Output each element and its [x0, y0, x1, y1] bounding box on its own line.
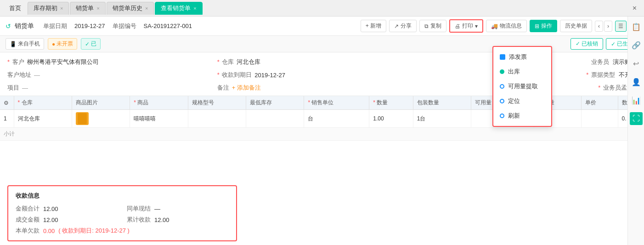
dropdown-add-invoice[interactable]: 添发票 [493, 50, 551, 64]
panel-icon-chart[interactable]: 📊 [630, 94, 643, 107]
copy-button[interactable]: ⧉ 复制 [419, 20, 446, 32]
warehouse-value: 河北仓库 [237, 58, 260, 66]
prev-button[interactable]: ‹ [595, 21, 603, 32]
refresh-icon [500, 114, 504, 118]
not-open-badge: ● 未开票 [48, 38, 77, 50]
add-note-button[interactable]: 添加备注 [232, 84, 261, 92]
warehouse-field: * 仓库 河北仓库 [217, 58, 427, 66]
check-effective-icon: ✓ [611, 41, 616, 47]
panel-icon-return[interactable]: ↩ [630, 57, 643, 70]
print-button[interactable]: 🖨 打印 ▾ [450, 20, 482, 32]
transaction-label: 成交金额 [16, 216, 40, 224]
history-button[interactable]: 历史单据 [560, 20, 592, 32]
check-icon: ✓ [85, 41, 90, 47]
tab-view-sales-label: 查看销货单 [161, 4, 191, 12]
note-label: 备注 [217, 84, 229, 92]
copy-button-label: 复制 [430, 22, 441, 30]
address-field: 客户地址 — [7, 71, 217, 79]
dropdown-out-warehouse[interactable]: 出库 [493, 64, 551, 79]
out-warehouse-icon [500, 69, 504, 74]
phone-icon: 📱 [10, 41, 17, 47]
th-settings[interactable]: ⚙ [0, 96, 14, 110]
total-label: 金额合计 [16, 205, 40, 213]
row-product: 嘻嘻嘻嘻 [130, 110, 188, 128]
th-unit-price: 单价 [581, 96, 618, 110]
same-order-label: 同单现结 [127, 205, 151, 213]
invoice-type-label: * 票据类型 [586, 71, 615, 79]
dropdown-available-qty[interactable]: 可用量提取 [493, 79, 551, 94]
warehouse-label: * 仓库 [217, 58, 234, 66]
right-panel: 📋 🔗 ↩ 👤 📊 ⛶ [627, 17, 644, 245]
dropdown-refresh[interactable]: 刷新 [493, 108, 551, 123]
operations-button[interactable]: ⊞ 操作 [530, 20, 557, 32]
number-label: 单据编号 [113, 22, 136, 30]
project-value: — [22, 85, 28, 91]
operations-icon: ⊞ [535, 23, 539, 29]
transaction-row: 成交金额 12.00 [16, 216, 118, 224]
list-view-button[interactable]: ☰ [615, 21, 627, 32]
same-order-row: 同单现结 — [127, 205, 229, 213]
th-unit: * 销售单位 [304, 96, 369, 110]
payment-info-box: 收款信息 金额合计 12.00 同单现结 — 成交金额 12.00 累计收款 1… [7, 185, 237, 241]
balance-value: 0.00 [43, 228, 55, 234]
due-date-label: * 收款到期日 [217, 71, 252, 79]
row-unit-price [581, 110, 618, 128]
panel-icon-user[interactable]: 👤 [630, 75, 643, 88]
panel-icon-link[interactable]: 🔗 [630, 39, 643, 51]
tab-view-sales-close[interactable]: × [193, 6, 196, 11]
panel-icon-expand[interactable]: ⛶ [630, 112, 643, 125]
tab-home[interactable]: 首页 [4, 2, 27, 15]
copy-icon: ⧉ [424, 23, 429, 29]
customer-label: * 客户 [7, 58, 24, 66]
canceled-button[interactable]: ✓ 已核销 [571, 38, 603, 50]
history-button-label: 历史单据 [565, 22, 587, 30]
date-label: 单据日期 [43, 22, 67, 30]
tab-inventory[interactable]: 库存期初 × [28, 2, 69, 15]
check-canceled-icon: ✓ [576, 40, 580, 47]
tab-view-sales[interactable]: 查看销货单 × [155, 2, 202, 15]
tab-sales[interactable]: 销货单 × [70, 2, 105, 15]
from-phone-button[interactable]: 📱 来自手机 [6, 38, 44, 50]
available-qty-icon [500, 84, 504, 89]
new-button-label: + 新增 [366, 22, 381, 30]
share-button[interactable]: ↗ 分享 [389, 20, 417, 32]
row-no: 1 [0, 110, 14, 128]
out-warehouse-label: 出库 [508, 68, 520, 76]
next-button[interactable]: › [604, 21, 612, 32]
subtotal-row: 小计 [0, 128, 644, 141]
doc-icon: ↺ [6, 23, 11, 30]
tab-sales-history-close[interactable]: × [145, 6, 148, 11]
logistics-button[interactable]: 🚚 物流信息 [486, 20, 527, 32]
row-unit: 台 [304, 110, 369, 128]
th-quantity: * 数量 [369, 96, 413, 110]
address-label: 客户地址 [7, 71, 31, 79]
from-phone-label: 来自手机 [18, 40, 40, 48]
dot-icon: ● [52, 41, 55, 47]
operations-dropdown: 添发票 出库 可用量提取 定位 刷新 [492, 46, 552, 127]
dropdown-locate[interactable]: 定位 [493, 94, 551, 108]
customer-field: * 客户 柳州粤港平安气体有限公司 [7, 58, 217, 66]
tab-inventory-close[interactable]: × [60, 6, 63, 11]
panel-icon-doc[interactable]: 📋 [630, 20, 643, 33]
tab-sales-label: 销货单 [76, 4, 94, 12]
th-min-stock: 最低库存 [246, 96, 304, 110]
transaction-value: 12.00 [43, 217, 58, 223]
logistics-button-label: 物流信息 [500, 22, 522, 30]
locate-label: 定位 [508, 97, 520, 105]
th-image: 商品图片 [72, 96, 130, 110]
tab-sales-history[interactable]: 销货单历史 × [107, 2, 154, 15]
tab-home-label: 首页 [9, 4, 21, 12]
share-button-label: 分享 [401, 22, 412, 30]
due-date-field: * 收款到期日 2019-12-27 [217, 71, 427, 79]
th-spec: 规格型号 [188, 96, 246, 110]
window-close-button[interactable]: × [629, 4, 640, 12]
new-button[interactable]: + 新增 [361, 20, 386, 32]
required-marker: * [7, 58, 10, 65]
product-image [76, 112, 89, 125]
cumulative-row: 累计收款 12.00 [127, 216, 229, 224]
row-warehouse: 河北仓库 [14, 110, 72, 128]
add-invoice-icon [500, 54, 505, 60]
cumulative-value: 12.00 [154, 217, 169, 223]
due-note: ( 收款到期日: 2019-12-27 ) [58, 227, 130, 235]
tab-sales-close[interactable]: × [96, 6, 99, 11]
